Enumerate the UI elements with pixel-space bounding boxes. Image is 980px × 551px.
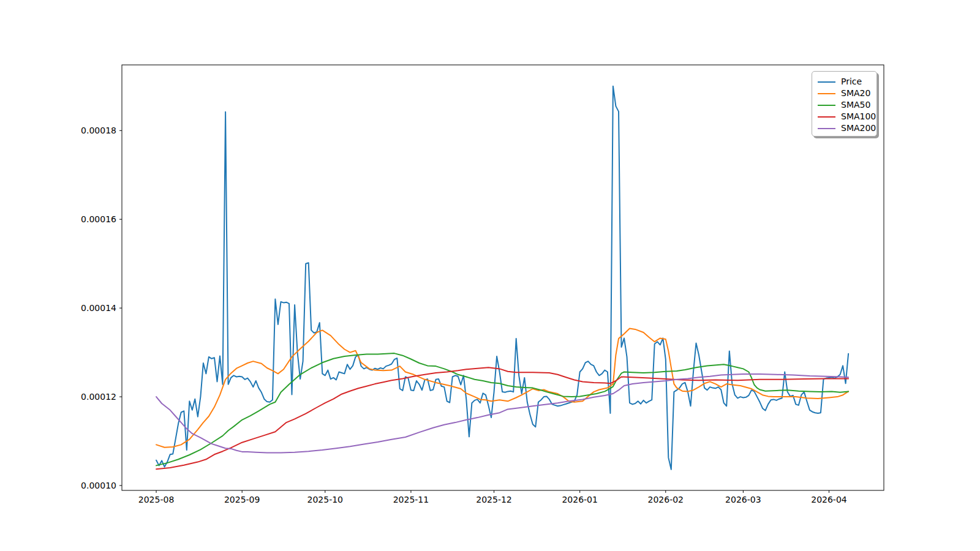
y-tick-label: 0.00014 bbox=[81, 303, 116, 313]
legend-swatch-price bbox=[818, 81, 835, 83]
x-tick-label: 2025-12 bbox=[476, 495, 512, 504]
legend-item-sma50: SMA50 bbox=[818, 99, 872, 111]
legend-label: SMA200 bbox=[841, 122, 876, 134]
legend-swatch-sma100 bbox=[818, 116, 835, 118]
legend-swatch-sma200 bbox=[818, 128, 835, 129]
y-tick-label: 0.00018 bbox=[81, 126, 116, 135]
legend-item-price: Price bbox=[818, 76, 872, 88]
legend-label: SMA20 bbox=[841, 88, 870, 99]
y-tick-label: 0.00016 bbox=[81, 214, 116, 224]
x-tick-label: 2025-09 bbox=[224, 495, 260, 504]
legend-label: SMA100 bbox=[841, 111, 876, 122]
legend-item-sma20: SMA20 bbox=[818, 88, 872, 99]
x-tick-label: 2025-10 bbox=[307, 495, 344, 504]
y-tick-label: 0.00010 bbox=[81, 481, 116, 490]
x-tick-label: 2026-02 bbox=[648, 495, 684, 504]
legend-label: Price bbox=[841, 76, 862, 88]
x-tick-label: 2026-01 bbox=[562, 495, 598, 504]
legend-item-sma200: SMA200 bbox=[818, 122, 872, 134]
legend-label: SMA50 bbox=[841, 99, 870, 111]
x-tick-label: 2026-03 bbox=[725, 495, 761, 504]
x-tick-label: 2026-04 bbox=[811, 495, 847, 504]
legend-swatch-sma20 bbox=[818, 93, 835, 94]
legend-item-sma100: SMA100 bbox=[818, 111, 872, 122]
figure-canvas: 2025-082025-092025-102025-112025-122026-… bbox=[0, 0, 980, 551]
x-tick-label: 2025-11 bbox=[393, 495, 429, 504]
plot-frame bbox=[122, 65, 884, 490]
sma200-line bbox=[156, 374, 848, 452]
x-tick-label: 2025-08 bbox=[138, 495, 175, 504]
legend: PriceSMA20SMA50SMA100SMA200 bbox=[812, 71, 877, 137]
y-tick-label: 0.00012 bbox=[81, 392, 116, 402]
legend-swatch-sma50 bbox=[818, 105, 835, 106]
sma100-line bbox=[156, 367, 848, 469]
